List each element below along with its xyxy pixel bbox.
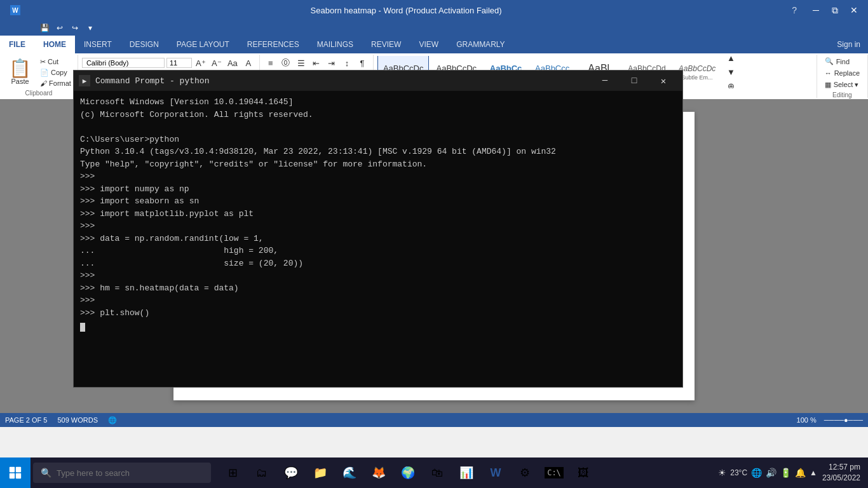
taskbar-widgets-button[interactable]: 🗂 (248, 459, 276, 487)
windows-logo-icon (9, 466, 22, 479)
cmd-output: Microsoft Windows [Version 10.0.19044.16… (80, 96, 676, 332)
store-icon: 🛍 (431, 466, 443, 480)
up-arrow-icon[interactable]: ▲ (810, 468, 817, 477)
styles-more[interactable]: ⊕ (724, 79, 738, 89)
taskbar-firefox-button[interactable]: 🦊 (365, 459, 393, 487)
edge-icon: 🌊 (342, 466, 356, 480)
taskbar-search-icon: 🔍 (41, 468, 51, 478)
multilevel-list-button[interactable]: ☰ (294, 56, 308, 70)
tab-design[interactable]: DESIGN (121, 36, 168, 53)
tab-view[interactable]: VIEW (410, 36, 447, 53)
taskbar-cmd-button[interactable]: C:\ (540, 459, 568, 487)
paste-label: Paste (11, 78, 29, 85)
battery-icon: 🔋 (780, 468, 791, 478)
editing-group: 🔍 Find ↔ Replace ▦ Select ▾ Editing (817, 55, 868, 98)
powerbi-icon: 📊 (459, 466, 473, 480)
decrease-indent-button[interactable]: ⇤ (309, 56, 323, 70)
page-info: PAGE 2 OF 5 (5, 416, 47, 424)
undo-qa-button[interactable]: ↩ (53, 22, 66, 34)
cortana-icon: 🌍 (401, 466, 415, 480)
clipboard-label: Clipboard (4, 88, 74, 97)
zoom-slider[interactable]: ────●─── (824, 416, 863, 424)
styles-scroll-down[interactable]: ▼ (724, 65, 738, 79)
text-effects-button[interactable]: A (241, 56, 255, 70)
svg-rect-3 (16, 473, 21, 478)
window-controls: ─ ⧉ ✕ (807, 1, 863, 19)
numbering-button[interactable]: ⓪ (279, 56, 293, 70)
word-app-icon: W (10, 5, 20, 15)
cmd-body: Microsoft Windows [Version 10.0.19044.16… (74, 91, 682, 387)
save-qa-button[interactable]: 💾 (38, 22, 51, 34)
tab-grammarly[interactable]: GRAMMARLY (447, 36, 513, 53)
replace-button[interactable]: ↔ Replace (821, 68, 864, 78)
help-icon[interactable]: ? (792, 5, 797, 15)
taskbar-taskview-button[interactable]: ⊞ (219, 459, 247, 487)
word-title: Seaborn heatmap - Word (Product Activati… (20, 6, 792, 15)
bullets-button[interactable]: ≡ (264, 56, 278, 70)
cmd-close-button[interactable]: ✕ (649, 71, 677, 91)
word-titlebar: W Seaborn heatmap - Word (Product Activa… (0, 0, 868, 20)
tab-mailings[interactable]: MAILINGS (308, 36, 362, 53)
minimize-button[interactable]: ─ (807, 1, 825, 19)
taskbar-store-button[interactable]: 🛍 (423, 459, 451, 487)
zoom-level: 100 % (797, 416, 817, 424)
tab-references[interactable]: REFERENCES (238, 36, 308, 53)
word-taskbar-icon: W (491, 466, 501, 480)
taskbar-chat-button[interactable]: 💬 (277, 459, 305, 487)
taskbar-photos-button[interactable]: 🖼 (569, 459, 597, 487)
restore-button[interactable]: ⧉ (826, 1, 844, 19)
redo-qa-button[interactable]: ↪ (69, 22, 81, 34)
taskbar-search-box[interactable]: 🔍 (33, 463, 211, 483)
taskbar-chrome-button[interactable]: ⚙ (511, 459, 539, 487)
taskbar-word-button[interactable]: W (482, 459, 510, 487)
show-formatting-button[interactable]: ¶ (355, 56, 369, 70)
start-button[interactable] (0, 458, 31, 488)
time-label: 12:57 pm (822, 462, 860, 473)
cmd-minimize-button[interactable]: ─ (591, 71, 619, 91)
tab-home[interactable]: HOME (34, 36, 75, 53)
cmd-maximize-button[interactable]: □ (620, 71, 648, 91)
tab-file[interactable]: FILE (0, 36, 34, 53)
chrome-icon: ⚙ (520, 466, 530, 480)
taskbar-cortana-button[interactable]: 🌍 (394, 459, 422, 487)
cmd-app-icon: ▶ (79, 75, 90, 86)
copy-button[interactable]: 📄 Copy (37, 68, 74, 78)
font-name-input[interactable]: Calibri (Body) (82, 58, 165, 68)
ribbon-tabs: FILE HOME INSERT DESIGN PAGE LAYOUT REFE… (0, 36, 868, 53)
find-button[interactable]: 🔍 Find (821, 56, 864, 67)
taskbar-edge-button[interactable]: 🌊 (336, 459, 363, 487)
volume-icon[interactable]: 🔊 (766, 468, 776, 478)
sort-button[interactable]: ↕ (340, 56, 354, 70)
taskbar-clock[interactable]: 12:57 pm 23/05/2022 (822, 462, 860, 484)
network-icon[interactable]: 🌐 (751, 468, 762, 478)
font-size-input[interactable]: 11 (166, 58, 192, 68)
tab-review[interactable]: REVIEW (362, 36, 410, 53)
tab-page-layout[interactable]: PAGE LAYOUT (168, 36, 238, 53)
clipboard-group: 📋 Paste ✂ Cut 📄 Copy 🖌 Format (0, 55, 78, 98)
taskbar-explorer-button[interactable]: 📁 (306, 459, 334, 487)
cmd-window: ▶ Command Prompt - python ─ □ ✕ Microsof… (73, 70, 683, 388)
paste-button[interactable]: 📋 Paste (4, 57, 36, 88)
weather-icon: ☀ (718, 468, 726, 478)
temperature-label: 23°C (730, 468, 747, 477)
search-input[interactable] (57, 468, 184, 478)
change-case-button[interactable]: Aa (226, 56, 240, 70)
tab-insert[interactable]: INSERT (75, 36, 121, 53)
select-button[interactable]: ▦ Select ▾ (821, 79, 864, 90)
svg-rect-1 (16, 467, 21, 472)
sign-in-button[interactable]: Sign in (829, 36, 868, 53)
font-shrink-button[interactable]: A⁻ (210, 56, 224, 70)
customize-qa-button[interactable]: ▾ (84, 22, 97, 34)
close-button[interactable]: ✕ (845, 1, 863, 19)
cmd-cursor (80, 323, 85, 332)
font-grow-button[interactable]: A⁺ (194, 56, 208, 70)
styles-scroll-up[interactable]: ▲ (724, 56, 738, 65)
chat-icon: 💬 (284, 466, 298, 480)
taskbar-powerbi-button[interactable]: 📊 (452, 459, 480, 487)
taskview-icon: ⊞ (228, 466, 238, 480)
increase-indent-button[interactable]: ⇥ (325, 56, 339, 70)
format-painter-button[interactable]: 🖌 Format (37, 79, 74, 88)
svg-rect-2 (10, 473, 15, 478)
notification-icon[interactable]: 🔔 (795, 468, 806, 478)
cut-button[interactable]: ✂ Cut (37, 57, 74, 67)
